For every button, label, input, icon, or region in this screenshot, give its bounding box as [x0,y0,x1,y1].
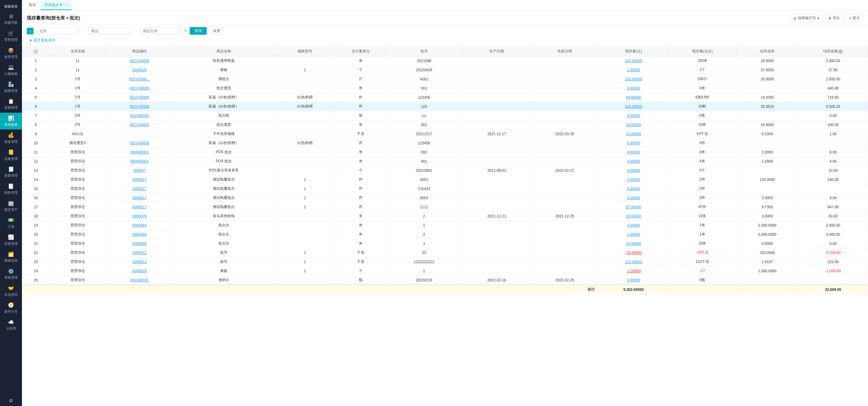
sidebar-item-fixed[interactable]: 🏢 固定资产 [0,198,22,215]
ecom-icon: 🏪 [1,81,21,88]
table-row: 25营赏综仓001000031鲜药A瓶202202162022-02-16202… [22,276,868,285]
th-total: 结存金额 i [798,46,868,56]
total-info-icon[interactable]: i [838,49,843,54]
tax-icon: 📑 [1,183,21,190]
export-icon: ⬆ [828,16,831,21]
purchase-icon: 📋 [1,98,21,105]
display-icon: ≡ [849,16,851,21]
collab-icon: 🤝 [1,285,21,292]
search-button[interactable]: 查询 [190,27,207,35]
warehouse-input[interactable] [37,28,79,34]
table-row: 1110023-00009软饮通用杯盖米2021098100.00000100米… [22,56,868,66]
quick-nav-icon: ⊞ [1,13,21,20]
sidebar-item-collab[interactable]: 🤝 企业协同 [0,283,22,300]
sidebar-search[interactable]: 搜索菜单 [0,2,22,11]
sidebar-settings[interactable]: ⚙ [0,395,22,406]
table-container: ⚙ 仓库名称 商品编码 商品名称 规格型号 主计量单位 批号 生产日期 失效日期… [22,46,868,406]
th-name: 商品名称 [174,46,274,56]
sidebar-item-batch[interactable]: 📦 批发管理 [0,45,22,62]
biz-icon: 📈 [1,234,21,241]
th-warehouse: 仓库名称 [50,46,105,56]
table-row: 22营赏综仓0000012批号1千克33-16.00000-16千克333.00… [22,248,868,257]
table-row: 72号001000026批次框筐110.000000筐0.00 [22,111,868,120]
tabs-bar: 首页 库存批次▼ ✕ [22,0,868,11]
table-row: 41号0023-00005批次透赏米0010.000000米445.86 [22,84,868,93]
table-row: 18营赏综仓0000078多头异色软线支22021-12-212021-12-2… [22,212,868,221]
sidebar-item-guide[interactable]: 🧭 新手引导 [0,299,22,316]
tab-inventory-batch[interactable]: 库存批次▼ ✕ [40,1,72,10]
table-row: 2110000029展板1个202204291.000001个37.950037… [22,66,868,75]
sidebar-item-general[interactable]: 📒 总账管理 [0,146,22,164]
table-row: 17营赏综仓0000017测试电覆批次1件111187.0000087件9.73… [22,203,868,212]
sidebar: 搜索菜单 ⊞ 快捷导航 🛒 零售管理 📦 批发管理 💻 小额电商 🏪 电商管理 … [0,0,22,406]
table-row: 23营赏综仓0000012批号1千克1222222222122.00000122… [22,257,868,267]
footer-cost [736,285,798,294]
guide-icon: 🧭 [1,302,21,308]
sidebar-item-quick-nav[interactable]: ⊞ 快捷导航 [0,11,22,28]
footer-row: 合计 6,302.60000 32,589.05 [22,285,868,294]
footer-label: 合计 [22,285,599,294]
filter-row: › ··· ··· ▾ 查询 设置 [27,27,863,35]
table-row: 9A01-01子件信里规格千克202112172021-12-172022-03… [22,130,868,139]
expand-row: ▼ 展开更多条件 [27,37,863,44]
category-input[interactable] [140,28,183,34]
print-button[interactable]: 🖨 按模板打印 ▾ [789,14,823,22]
inventory-icon: 📊 [1,115,21,122]
table-row: 16营赏综仓0000017测试电覆批次1件00033.000003件3.0000… [22,194,868,203]
th-code: 商品编码 [105,46,174,56]
setting-button[interactable]: 设置 [210,27,224,35]
sidebar-item-retail[interactable]: 🛒 零售管理 [0,28,22,45]
mini-ecom-icon: 💻 [1,64,21,71]
print-arrow-icon: ▾ [817,16,819,21]
basic-icon: 🗂️ [1,251,21,258]
filter-sep1: ··· [82,29,85,33]
th-num: ⚙ [22,46,50,56]
invoice-icon: 🧾 [1,166,21,173]
product-input[interactable] [88,28,131,34]
expand-icon: ▼ [29,38,33,43]
expand-conditions-button[interactable]: ▼ 展开更多条件 [27,37,58,44]
content-area: 现存量查询(按仓库＋批次) 🖨 按模板打印 ▾ ⬆ 导出 ≡ 显示 [22,11,868,406]
table-row: 31号0023-0000...测批次斤A001100.00000100斤20.0… [22,75,868,84]
sidebar-item-biz[interactable]: 📈 经营管理 [0,232,22,248]
table-row: 11营赏综仓000900001POS 批次米0024.000004米2.0000… [22,148,868,157]
sidebar-item-ecom[interactable]: 🏪 电商管理 [0,78,22,96]
filter-product [88,28,131,34]
asset-icon: 💰 [1,132,21,139]
th-produce: 生产日期 [463,46,531,56]
main-area: 首页 库存批次▼ ✕ 现存量查询(按仓库＋批次) 🖨 按模板打印 ▾ ⬆ 导出 [22,0,868,406]
filter-sep2: ··· [134,29,137,33]
th-batch: 批号 [385,46,463,56]
sidebar-item-invoice[interactable]: 🧾 发票管理 [0,164,22,181]
sidebar-item-asset[interactable]: 💰 资金管理 [0,130,22,146]
category-dropdown-icon[interactable]: ▾ [185,29,187,33]
th-qty-main: 现存量(主) [599,46,668,56]
filter-category: ▾ [140,28,187,34]
sidebar-item-cloud[interactable]: ☁️ 云应用 [0,316,22,334]
th-cost: 结存成本 [736,46,798,56]
page-title: 现存量查询(按仓库＋批次) [27,15,80,21]
th-unit: 主计量单位 [336,46,385,56]
th-spec: 规格型号 [274,46,336,56]
fixed-icon: 🏢 [1,200,21,207]
retail-icon: 🛒 [1,30,21,37]
th-settings-icon[interactable]: ⚙ [34,49,38,54]
sidebar-item-basic[interactable]: 🗂️ 基础信息 [0,248,22,266]
nav-arrow-button[interactable]: › [27,28,34,34]
sidebar-item-mini-ecom[interactable]: 💻 小额电商 [0,62,22,78]
export-button[interactable]: ⬆ 导出 [825,14,843,22]
sidebar-item-sys[interactable]: ⚙️ 系统管理 [0,266,22,283]
tab-close-button[interactable]: ✕ [65,3,67,7]
sidebar-item-inventory[interactable]: 📊 库存核查 [0,113,22,130]
filter-warehouse [37,28,79,34]
th-qty-stock: 现存量(仓位) [668,46,736,56]
sidebar-item-tax[interactable]: 📑 税务管理 [0,181,22,198]
table-row: 24营赏综仓0000029展板1个1-1.00000-1个1,000.0000-… [22,267,868,276]
table-row: 82号0023-00005批次透赏米00110.0000010米10.00001… [22,120,868,130]
header-actions: 🖨 按模板打印 ▾ ⬆ 导出 ≡ 显示 [789,14,863,22]
display-button[interactable]: ≡ 显示 [846,14,863,22]
sidebar-item-purchase[interactable]: 📋 采购管理 [0,96,22,113]
sys-icon: ⚙️ [1,268,21,275]
sidebar-item-hr[interactable]: 💵 工资 [0,214,22,232]
tab-home[interactable]: 首页 [24,1,40,10]
